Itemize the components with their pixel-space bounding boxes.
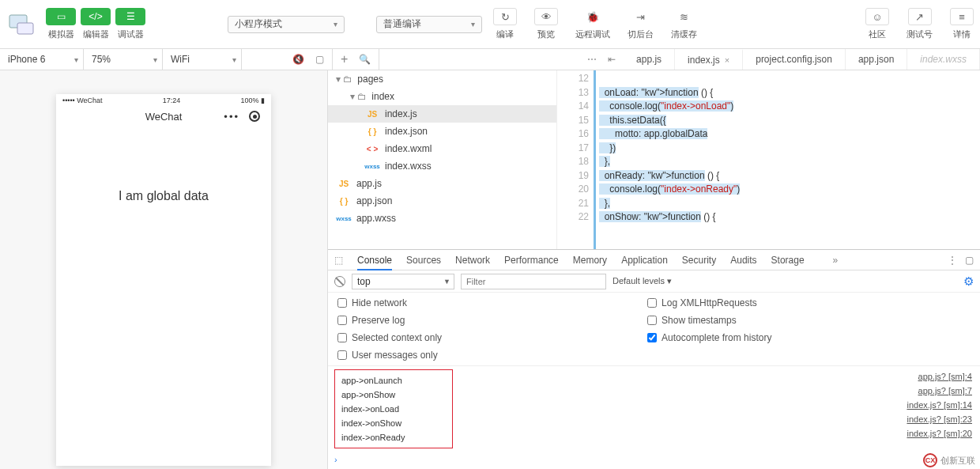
log-line: index->onShow [341,416,446,430]
editor-button[interactable]: </> [81,8,111,25]
log-source-link[interactable]: index.js? [sm]:23 [906,412,972,426]
inspect-icon[interactable]: ⬚ [334,255,343,266]
add-tab-icon[interactable]: + [341,52,348,66]
phone-status-bar: ••••• WeChat 17:24 100% ▮ [56,94,271,107]
tree-row[interactable]: wxssindex.wxss [328,157,556,175]
tree-row[interactable]: wxssapp.wxss [328,210,556,227]
devtools-panel: ⬚ ConsoleSourcesNetworkPerformanceMemory… [328,249,980,469]
devtools-tab[interactable]: Audits [730,255,756,266]
editor-tab[interactable]: index.wxss [907,49,980,70]
log-source-link[interactable]: app.js? [sm]:4 [906,369,972,384]
editor-tab[interactable]: app.json [846,49,907,70]
watermark-logo-icon: CX [923,453,937,467]
simulator-button[interactable]: ▭ [46,8,76,25]
levels-select[interactable]: Default levels ▾ [612,276,672,286]
close-tab-icon[interactable]: × [725,55,729,65]
console-option[interactable]: Log XMLHttpRequests [647,297,771,308]
phone-nav-bar: WeChat ••• [56,107,271,126]
log-source-link[interactable]: index.js? [sm]:20 [906,426,972,441]
compile-button[interactable]: ↻ [493,8,517,25]
mode-select[interactable]: 小程序模式▾ [228,16,345,33]
cut-bg-button[interactable]: ⇥ [629,8,653,25]
log-line: app->onShow [341,388,446,402]
console-option[interactable]: User messages only [337,350,442,361]
context-select[interactable]: top▼ [352,274,454,289]
devtools-tab[interactable]: Performance [504,255,559,266]
devtools-tab[interactable]: Memory [573,255,607,266]
console-logs: app->onLaunchapp->onShowindex->onLoadind… [334,369,453,448]
tree-row[interactable]: { }app.json [328,192,556,210]
search-icon[interactable]: 🔍 [359,54,371,65]
network-select[interactable]: WiFi▾ [163,49,242,70]
log-line: index->onLoad [341,402,446,416]
editor-tabs: app.jsindex.js×project.config.jsonapp.js… [624,49,980,70]
tree-row[interactable]: ▾ 🗀index [328,88,556,105]
devtools-dock-icon[interactable]: ▢ [965,255,974,266]
devtools-menu-icon[interactable]: ⋮ [948,255,957,266]
devtools-tab[interactable]: Network [455,255,490,266]
device-select[interactable]: iPhone 6▾ [0,49,84,70]
console-option[interactable]: Hide network [337,297,442,308]
devtools-tab[interactable]: Storage [771,255,805,266]
devtools-tab[interactable]: Console [357,255,392,270]
carrier-text: ••••• WeChat [62,96,103,104]
clear-cache-button[interactable]: ≋ [673,8,696,25]
phone-frame: ••••• WeChat 17:24 100% ▮ WeChat ••• I a… [56,94,271,466]
page-title: WeChat [145,111,183,123]
community-button[interactable]: ☺ [865,8,889,25]
compile-select[interactable]: 普通编译▾ [376,16,482,33]
editor-label: 编辑器 [83,28,109,40]
battery-text: 100% ▮ [240,96,265,104]
time-text: 17:24 [163,96,181,104]
more-icon[interactable]: ⋯ [587,54,597,65]
debugger-label: 调试器 [118,28,144,40]
devtools-tab[interactable]: Sources [406,255,441,266]
tree-row[interactable]: { }index.json [328,123,556,140]
debugger-button[interactable]: ☰ [115,8,145,25]
filter-input[interactable] [461,274,606,289]
more-tabs-icon[interactable]: » [833,255,839,266]
console-option[interactable]: Show timestamps [647,315,771,326]
test-no-button[interactable]: ↗ [908,8,932,25]
body-text: I am global data [119,189,209,202]
zoom-select[interactable]: 75%▾ [84,49,163,70]
remote-debug-button[interactable]: 🐞 [581,8,605,25]
devtools-tabs: ⬚ ConsoleSourcesNetworkPerformanceMemory… [328,250,980,270]
dock-icon[interactable]: ▢ [315,54,324,65]
tree-row[interactable]: JSapp.js [328,175,556,192]
collapse-icon[interactable]: ⇤ [608,54,616,65]
tree-row[interactable]: JSindex.js [328,105,556,123]
editor-tab[interactable]: app.js [624,49,675,70]
tree-row[interactable]: ▾ 🗀pages [328,70,556,88]
editor-tab[interactable]: index.js× [675,49,743,70]
log-line: app->onLaunch [341,373,446,388]
menu-dots-icon[interactable]: ••• [224,111,239,123]
sub-toolbar: iPhone 6▾ 75%▾ WiFi▾ 🔇 ▢ + 🔍 ⋯ ⇤ app.jsi… [0,49,980,70]
console-options: Hide network Preserve log Selected conte… [328,293,980,366]
log-source-link[interactable]: app.js? [sm]:7 [906,384,972,398]
simulator-panel: ••••• WeChat 17:24 100% ▮ WeChat ••• I a… [0,70,328,469]
console-body: app->onLaunchapp->onShowindex->onLoadind… [328,366,980,469]
editor-tab[interactable]: project.config.json [743,49,846,70]
console-option[interactable]: Selected context only [337,332,442,343]
console-links: app.js? [sm]:4app.js? [sm]:7index.js? [s… [906,369,972,441]
console-filter-bar: top▼ Default levels ▾ ⚙ [328,270,980,293]
detail-button[interactable]: ≡ [950,8,974,25]
watermark: CX 创新互联 [923,453,975,467]
mute-icon[interactable]: 🔇 [292,54,304,65]
phone-body: I am global data [56,126,271,203]
preview-button[interactable]: 👁 [534,8,558,25]
log-line: index->onReady [341,430,446,444]
console-option[interactable]: Autocomplete from history [647,332,771,343]
ide-logo-icon [6,9,38,40]
clear-console-icon[interactable] [334,276,345,287]
target-icon[interactable] [249,111,260,122]
devtools-tab[interactable]: Security [682,255,716,266]
log-source-link[interactable]: index.js? [sm]:14 [906,398,972,412]
gear-icon[interactable]: ⚙ [963,274,974,289]
console-option[interactable]: Preserve log [337,315,442,326]
devtools-tab[interactable]: Application [621,255,668,266]
console-prompt[interactable]: › [334,455,337,464]
tree-row[interactable]: < >index.wxml [328,140,556,157]
top-toolbar: ▭模拟器 </>编辑器 ☰调试器 小程序模式▾ 普通编译▾ ↻编译 👁预览 🐞远… [0,0,980,49]
